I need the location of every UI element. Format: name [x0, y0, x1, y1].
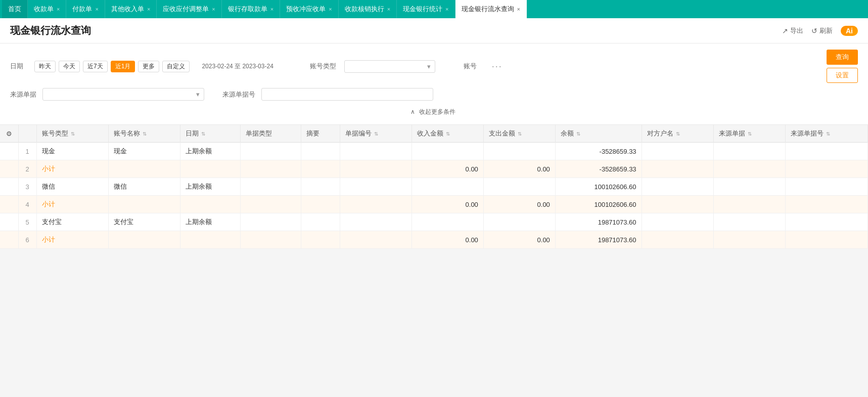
nav-tab-advance[interactable]: 预收冲应收单 × — [280, 0, 338, 18]
cell-expense — [483, 213, 555, 231]
cell-account-name: 现金 — [108, 143, 180, 160]
account-type-select[interactable]: ▾ — [344, 60, 435, 73]
account-label: 账号 — [464, 62, 482, 71]
export-button[interactable]: ↗ 导出 — [782, 26, 803, 35]
cell-rownum: 3 — [18, 178, 36, 196]
source-doc-no-input[interactable] — [261, 88, 433, 101]
close-flow-icon[interactable]: × — [517, 6, 520, 12]
cell-doc-no — [340, 196, 412, 213]
cell-settings — [0, 196, 18, 213]
col-doc-type: 单据类型 — [241, 125, 301, 143]
col-source-doc[interactable]: 来源单据 ⇅ — [713, 125, 785, 143]
date-label: 日期 — [10, 62, 28, 71]
cell-doc-type — [241, 143, 301, 160]
cell-doc-type — [241, 213, 301, 231]
cell-balance: 19871073.60 — [555, 213, 642, 231]
right-buttons: 查询 设置 — [827, 50, 858, 83]
cell-source-doc — [713, 196, 785, 213]
cell-summary — [301, 143, 340, 160]
cell-balance: -3528659.33 — [555, 160, 642, 178]
cell-summary — [301, 231, 340, 249]
date-today[interactable]: 今天 — [59, 61, 80, 72]
close-receipt-icon[interactable]: × — [57, 6, 60, 12]
nav-tab-bank-withdrawal[interactable]: 银行存取款单 × — [222, 0, 280, 18]
cell-balance: 19871073.60 — [555, 231, 642, 249]
col-rownum — [18, 125, 36, 143]
export-label: 导出 — [790, 26, 803, 35]
ai-button[interactable]: Ai — [841, 26, 858, 36]
col-expense[interactable]: 支出金额 ⇅ — [483, 125, 555, 143]
cell-date — [180, 196, 241, 213]
cell-balance: 100102606.60 — [555, 178, 642, 196]
table-container: ⚙ 账号类型 ⇅ 账号名称 ⇅ 日期 ⇅ 单据类型 摘要 单据编号 ⇅ 收入金额… — [0, 125, 868, 249]
date-options: 昨天 今天 近7天 近1月 更多 自定义 — [34, 61, 190, 72]
nav-tab-home[interactable]: 首页 — [2, 0, 28, 18]
nav-tab-collection-label: 收款核销执行 — [345, 5, 384, 14]
cell-summary — [301, 196, 340, 213]
close-collection-icon[interactable]: × — [387, 6, 390, 12]
query-button[interactable]: 查询 — [827, 50, 858, 65]
cell-income: 0.00 — [412, 160, 483, 178]
col-doc-no[interactable]: 单据编号 ⇅ — [340, 125, 412, 143]
table-row: 5支付宝支付宝上期余额19871073.60 — [0, 213, 868, 231]
settings-button[interactable]: 设置 — [827, 68, 858, 83]
nav-tab-receipt-label: 收款单 — [34, 5, 54, 14]
date-1month[interactable]: 近1月 — [111, 61, 135, 72]
close-payment-icon[interactable]: × — [95, 6, 98, 12]
cell-settings — [0, 213, 18, 231]
cell-source-doc — [713, 213, 785, 231]
date-custom[interactable]: 自定义 — [162, 61, 190, 72]
close-bank-withdrawal-icon[interactable]: × — [270, 6, 273, 12]
col-source-doc-no[interactable]: 来源单据号 ⇅ — [785, 125, 867, 143]
date-more[interactable]: 更多 — [138, 61, 159, 72]
page-header: 现金银行流水查询 ↗ 导出 ↺ 刷新 Ai — [0, 18, 868, 43]
cell-date: 上期余额 — [180, 143, 241, 160]
close-advance-icon[interactable]: × — [329, 6, 332, 12]
cell-summary — [301, 213, 340, 231]
cell-income — [412, 143, 483, 160]
col-settings[interactable]: ⚙ — [0, 125, 18, 143]
account-type-label: 账号类型 — [310, 62, 336, 71]
filter-row-source: 来源单据 ▾ 来源单据号 — [10, 88, 858, 101]
nav-tab-other-income[interactable]: 其他收入单 × — [105, 0, 157, 18]
cell-doc-type — [241, 231, 301, 249]
nav-tab-stats[interactable]: 现金银行统计 × — [397, 0, 455, 18]
nav-tab-payment[interactable]: 付款单 × — [66, 0, 105, 18]
close-stats-icon[interactable]: × — [445, 6, 448, 12]
cell-counterparty — [642, 143, 713, 160]
close-other-income-icon[interactable]: × — [147, 6, 150, 12]
header-actions: ↗ 导出 ↺ 刷新 Ai — [782, 26, 858, 36]
date-yesterday[interactable]: 昨天 — [34, 61, 56, 72]
collapse-bar[interactable]: ∧ 收起更多条件 — [10, 106, 858, 120]
cell-doc-no — [340, 178, 412, 196]
account-type-chevron: ▾ — [427, 63, 431, 70]
table-row: 6小计0.000.0019871073.60 — [0, 231, 868, 249]
nav-tab-collection[interactable]: 收款核销执行 × — [339, 0, 397, 18]
refresh-button[interactable]: ↺ 刷新 — [811, 26, 833, 35]
cell-settings — [0, 178, 18, 196]
cell-counterparty — [642, 160, 713, 178]
col-counterparty[interactable]: 对方户名 ⇅ — [642, 125, 713, 143]
account-dots[interactable]: ··· — [490, 61, 505, 72]
cell-balance: 100102606.60 — [555, 196, 642, 213]
cell-account-name: 支付宝 — [108, 213, 180, 231]
collapse-label: 收起更多条件 — [419, 108, 455, 115]
col-account-name[interactable]: 账号名称 ⇅ — [108, 125, 180, 143]
source-doc-select[interactable]: ▾ — [42, 88, 204, 101]
col-income[interactable]: 收入金额 ⇅ — [412, 125, 483, 143]
date-7days[interactable]: 近7天 — [83, 61, 108, 72]
col-date[interactable]: 日期 ⇅ — [180, 125, 241, 143]
col-balance[interactable]: 余额 ⇅ — [555, 125, 642, 143]
table-row: 1现金现金上期余额-3528659.33 — [0, 143, 868, 160]
top-nav: 首页 收款单 × 付款单 × 其他收入单 × 应收应付调整单 × 银行存取款单 … — [0, 0, 868, 18]
cell-doc-type — [241, 160, 301, 178]
cell-source-doc — [713, 143, 785, 160]
close-adjustment-icon[interactable]: × — [212, 6, 215, 12]
date-range: 2023-02-24 至 2023-03-24 — [202, 62, 273, 71]
nav-tab-receipt[interactable]: 收款单 × — [28, 0, 66, 18]
nav-tab-adjustment[interactable]: 应收应付调整单 × — [157, 0, 221, 18]
col-account-type[interactable]: 账号类型 ⇅ — [36, 125, 108, 143]
table-row: 4小计0.000.00100102606.60 — [0, 196, 868, 213]
nav-tab-flow[interactable]: 现金银行流水查询 × — [455, 0, 527, 18]
cell-expense: 0.00 — [483, 196, 555, 213]
